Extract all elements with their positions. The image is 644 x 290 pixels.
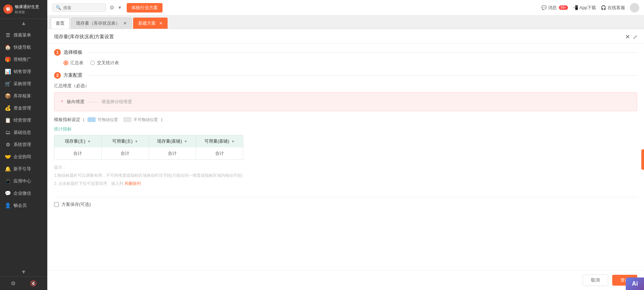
legend-non-draggable: 不可拖动位置 [123,117,158,123]
user-avatar[interactable] [630,3,639,13]
stats-header-col-1[interactable]: 可用量(主) ▼ [102,135,149,147]
app-edition: 标准版 [15,10,39,15]
chevron-down-icon-2[interactable]: ▼ [184,140,188,143]
stats-body-col-0: 合计 [54,147,102,160]
settings-icon[interactable]: ⚙ [109,4,114,11]
sidebar-item-member[interactable]: 👤 畅会员 [0,199,47,212]
save-checkbox[interactable] [54,202,59,207]
chevron-down-icon-0[interactable]: ▼ [88,140,91,143]
online-service-label: 在线客服 [608,5,625,11]
sidebar-item-basic-info[interactable]: 🗂 基础信息 [0,126,47,139]
search-icon: 🔍 [56,5,61,10]
stats-header-label-1: 可用量(主) [112,138,133,144]
tab-home[interactable]: 首页 [51,18,70,29]
chevron-down-icon-1[interactable]: ▼ [135,140,138,143]
sidebar-item-label: 资金管理 [14,105,31,111]
legend-draggable: 可拖动位置 [88,117,118,123]
tab-close-inventory[interactable]: ✕ [123,21,127,26]
stats-header-label-2: 现存量(基辅) [157,138,182,144]
sidebar-item-label: 营销推广 [14,56,31,63]
header-close-button[interactable]: ✕ [625,33,630,41]
topbar: 🔍 ⚙ ▼ 体验行业方案 💬 消息 99+ 📲 App下载 🎧 在线客服 [47,0,644,16]
sidebar-item-label: 库存核算 [14,93,31,99]
tip2-highlight: 和删除列 [125,181,141,186]
app-download-action[interactable]: 📲 App下载 [573,5,596,11]
sidebar-scroll-up[interactable]: ▲ [0,19,47,28]
message-action[interactable]: 💬 消息 99+ [541,5,568,11]
sidebar-item-label: 快捷导航 [14,44,31,50]
dropdown-icon[interactable]: ▼ [118,5,122,10]
stats-header-col-0[interactable]: 现存量(主) ▼ [54,135,102,147]
app-name: 畅康通好生意 [15,4,39,10]
sidebar-item-label: 采购管理 [14,81,31,87]
chevron-down-icon-3[interactable]: ▼ [231,140,235,143]
section-select-template: 1 选择模板 汇总表 交叉统计表 [54,49,637,66]
sidebar-item-purchase[interactable]: 🛒 采购管理 [0,78,47,90]
headset-icon: 🎧 [601,5,606,10]
mobile-icon: 📱 [5,178,11,184]
tab-close-new-scheme[interactable]: ✕ [159,21,163,26]
sidebar: 畅 畅康通好生意 标准版 ▲ ☰ 搜索菜单 🏠 快捷导航 🎁 营销推广 📊 销售… [0,0,47,290]
sidebar-item-label: 畅会员 [14,202,27,209]
main-area: 🔍 ⚙ ▼ 体验行业方案 💬 消息 99+ 📲 App下载 🎧 在线客服 [47,0,644,290]
header-expand-button[interactable]: ⤢ [633,33,637,41]
stats-section-label: 统计指标 [54,126,637,132]
section1-number: 1 [54,49,61,56]
search-input[interactable] [63,5,97,10]
sidebar-item-wechat[interactable]: 💬 企业微信 [0,187,47,199]
sidebar-scroll-down[interactable]: ▼ [0,268,47,276]
page-header-controls: ✕ ⤢ [625,33,637,41]
money-icon: 💰 [5,105,11,111]
sidebar-item-new-guide[interactable]: 🔔 新手引导 [0,163,47,175]
sidebar-item-inventory[interactable]: 📦 库存核算 [0,90,47,102]
sidebar-item-marketing[interactable]: 🎁 营销推广 [0,53,47,66]
ai-badge[interactable]: Ai [626,277,644,290]
sidebar-item-label: 应用中心 [14,178,31,184]
tab-inventory-status[interactable]: 现存量（库存状况表） ✕ [71,18,132,29]
sidebar-item-search-menu[interactable]: ☰ 搜索菜单 [0,29,47,41]
sidebar-item-app-center[interactable]: 📱 应用中心 [0,175,47,187]
sidebar-item-corp-pact[interactable]: 🤝 企业协同 [0,151,47,163]
user-icon: 👤 [5,202,11,209]
sidebar-item-finance[interactable]: 💰 资金管理 [0,102,47,114]
stats-body-col-1: 合计 [102,147,149,160]
online-service-action[interactable]: 🎧 在线客服 [601,5,625,11]
tab-bar: 首页 现存量（库存状况表） ✕ 新建方案 ✕ [47,16,644,29]
sidebar-item-label: 新手引导 [14,166,31,172]
stats-body-col-3: 合计 [196,147,243,160]
sound-button[interactable]: 🔇 [30,280,37,287]
box-icon: 📦 [5,93,11,99]
dimension-placeholder[interactable]: 请选择分组维度 [101,99,132,105]
sidebar-item-operations[interactable]: 📋 经营管理 [0,114,47,126]
stats-header-col-2[interactable]: 现存量(基辅) ▼ [149,135,196,147]
draggable-label: 可拖动位置 [98,117,118,123]
sidebar-item-label: 搜索菜单 [14,32,31,38]
sidebar-item-sales[interactable]: 📊 销售管理 [0,66,47,78]
stats-table: 现存量(主) ▼ 可用量(主) ▼ 现存量(基辅) ▼ [54,135,243,160]
message-icon: 💬 [541,5,547,10]
trial-button[interactable]: 体验行业方案 [127,3,163,13]
tab-new-scheme[interactable]: 新建方案 ✕ [133,18,168,29]
radio-cross[interactable]: 交叉统计表 [90,60,119,66]
required-mark: * [61,99,63,104]
tip2-text: 2. 点击标题栏下拉可设置排序、插入列 [54,181,123,186]
radio-summary[interactable]: 汇总表 [64,60,83,66]
sidebar-item-quick-nav[interactable]: 🏠 快捷导航 [0,41,47,53]
clipboard-icon: 📋 [5,117,11,123]
page-header: 现存量(库存状况表)方案设置 ✕ ⤢ [47,29,644,44]
right-scroll-handle[interactable] [641,149,644,170]
stats-header-col-3[interactable]: 可用量(基辅) ▼ [196,135,243,147]
content-area: 现存量(库存状况表)方案设置 ✕ ⤢ 1 选择模板 汇总表 [47,29,644,290]
cancel-button[interactable]: 取消 [583,274,608,286]
radio-summary-label: 汇总表 [70,60,83,66]
cart-icon: 🛒 [5,81,11,87]
dimension-label: 汇总维度（必选） [54,83,637,89]
sidebar-item-label: 企业协同 [14,154,31,160]
dimension-box: * 纵向维度 —— 请选择分组维度 [54,92,637,111]
settings-button[interactable]: ⚙ [11,280,16,287]
search-box[interactable]: 🔍 [52,3,106,12]
sidebar-item-system[interactable]: ⚙ 系统管理 [0,139,47,151]
app-logo-icon: 畅 [3,4,13,14]
save-option: 方案保存(可选) [54,197,637,212]
app-download-label: App下载 [579,5,596,11]
